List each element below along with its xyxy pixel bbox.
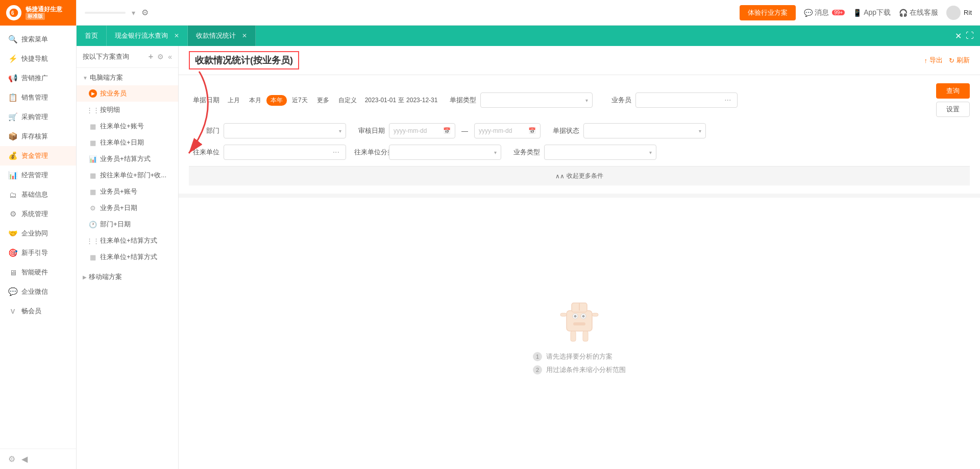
partner-select[interactable]: ··· [224, 145, 346, 160]
shortcut-last-month[interactable]: 上月 [224, 95, 244, 106]
sidebar-item-wechat[interactable]: 💬 企业微信 [0, 282, 76, 301]
empty-tip-2: 2 用过滤条件来缩小分析范围 [533, 365, 626, 374]
partner-more-dots[interactable]: ··· [331, 148, 341, 157]
sidebar-item-purchase[interactable]: 🛒 采购管理 [0, 107, 76, 127]
marketing-icon: 📢 [8, 74, 17, 83]
messages-area[interactable]: 💬 消息 99+ [804, 8, 845, 17]
plan-item-salesman-account[interactable]: ▦ 业务员+账号 [77, 183, 178, 200]
collapse-button[interactable]: ∧∧ 收起更多条件 [555, 172, 603, 180]
plan-item-detail[interactable]: ⋮⋮ 按明细 [77, 102, 178, 118]
plan-item-partner-date[interactable]: ▦ 往来单位+日期 [77, 134, 178, 151]
refresh-icon: ↻ [949, 57, 954, 64]
setting-button[interactable]: 设置 [936, 102, 970, 117]
salesman-select[interactable]: ··· [635, 92, 738, 108]
enterprise-icon: 🤝 [8, 229, 17, 238]
settings-bottom-icon[interactable]: ⚙ [8, 454, 15, 464]
export-button[interactable]: ↑ 导出 [924, 56, 943, 65]
shortcut-7days[interactable]: 近7天 [288, 95, 312, 106]
doc-type-arrow: ▾ [585, 98, 588, 103]
tab-bank-close[interactable]: ✕ [174, 32, 179, 39]
plan-item-salesman-settlement[interactable]: 📊 业务员+结算方式 [77, 151, 178, 167]
partner-class-select[interactable]: ▾ [389, 145, 501, 160]
edition-tag: 标准版 [26, 13, 45, 20]
refresh-button[interactable]: ↻ 刷新 [949, 56, 970, 65]
trial-button[interactable]: 体验行业方案 [740, 5, 796, 20]
review-date-to[interactable]: yyyy-mm-dd 📅 [474, 123, 541, 138]
desktop-section-title[interactable]: ▼ 电脑端方案 [77, 70, 178, 85]
sidebar: 6 畅捷通好生意 标准版 🔍 搜索菜单 ⚡ 快捷导航 📢 营销推广 📋 销售管理… [0, 0, 77, 469]
date-label: 单据日期 [189, 96, 219, 105]
sidebar-item-system[interactable]: ⚙ 系统管理 [0, 204, 76, 224]
calendar-icon-1[interactable]: 📅 [443, 127, 451, 134]
svg-point-8 [582, 315, 585, 317]
dept-filter-item: 部门 ▾ [189, 123, 346, 138]
refresh-label: 刷新 [957, 56, 970, 65]
hardware-icon: 🖥 [8, 268, 17, 277]
sidebar-item-label-operation: 经营管理 [21, 171, 48, 180]
query-button[interactable]: 查询 [936, 83, 970, 99]
close-window-icon[interactable]: ✕ [955, 31, 962, 41]
finance-icon: 💰 [8, 151, 17, 160]
operation-icon: 📊 [8, 171, 17, 180]
tab-home[interactable]: 首页 [77, 26, 107, 46]
add-plan-icon[interactable]: + [149, 52, 153, 61]
sidebar-item-inventory[interactable]: 📦 库存核算 [0, 127, 76, 146]
mobile-expand-arrow: ▶ [83, 274, 87, 280]
user-area[interactable]: Rit [946, 6, 972, 20]
review-date-from[interactable]: yyyy-mm-dd 📅 [389, 123, 455, 138]
shortcut-this-year[interactable]: 本年 [266, 95, 287, 106]
plan-item-partner-settlement2[interactable]: ▦ 往来单位+结算方式 [77, 249, 178, 265]
plan-settings-icon[interactable]: ⚙ [157, 53, 164, 61]
service-area[interactable]: 🎧 在线客服 [899, 8, 938, 17]
sidebar-item-enterprise[interactable]: 🤝 企业协同 [0, 224, 76, 243]
sidebar-item-operation[interactable]: 📊 经营管理 [0, 166, 76, 185]
doc-type-select[interactable]: ▾ [480, 92, 593, 108]
shortcut-this-month[interactable]: 本月 [245, 95, 265, 106]
left-panel-title: 按以下方案查询 [83, 52, 129, 61]
sidebar-item-guide[interactable]: 🎯 新手引导 [0, 243, 76, 263]
sidebar-item-search[interactable]: 🔍 搜索菜单 [0, 30, 76, 49]
tab-bank[interactable]: 现金银行流水查询 ✕ [107, 26, 188, 46]
collapse-panel-icon[interactable]: « [168, 53, 172, 61]
dropdown-icon[interactable]: ▾ [132, 9, 135, 17]
page-title-actions: ↑ 导出 ↻ 刷新 [924, 56, 970, 65]
sidebar-item-sales[interactable]: 📋 销售管理 [0, 88, 76, 107]
date-range: 2023-01-01 至 2023-12-31 [365, 96, 438, 105]
plan-item-label-salesman: 按业务员 [100, 89, 127, 98]
sidebar-item-label-sales: 销售管理 [21, 93, 48, 102]
shortcut-more[interactable]: 更多 [313, 95, 333, 106]
svg-text:6: 6 [11, 10, 14, 16]
plan-item-partner-dept[interactable]: ▦ 按往来单位+部门+收... [77, 167, 178, 183]
sidebar-item-label-search: 搜索菜单 [21, 35, 48, 44]
biz-type-select[interactable]: ▾ [544, 145, 656, 160]
sidebar-item-basic[interactable]: 🗂 基础信息 [0, 185, 76, 204]
tab-receipt-close[interactable]: ✕ [242, 32, 247, 39]
sidebar-item-label-marketing: 营销推广 [21, 74, 48, 83]
page-container: 按以下方案查询 + ⚙ « ▼ 电脑端方案 ▶ 按业务员 ⋮⋮ [77, 46, 980, 469]
collapse-bar[interactable]: ∧∧ 收起更多条件 [189, 166, 970, 185]
sidebar-item-member[interactable]: V 畅会员 [0, 301, 76, 321]
dept-select[interactable]: ▾ [224, 123, 346, 138]
sidebar-item-marketing[interactable]: 📢 营销推广 [0, 68, 76, 88]
plan-item-partner-account[interactable]: ▦ 往来单位+账号 [77, 118, 178, 134]
plan-item-salesman-date[interactable]: ⚙ 业务员+日期 [77, 200, 178, 216]
sidebar-item-quick[interactable]: ⚡ 快捷导航 [0, 49, 76, 68]
salesman-account-icon: ▦ [89, 187, 97, 196]
salesman-more-dots[interactable]: ··· [722, 96, 733, 105]
app-download-area[interactable]: 📱 App下载 [853, 8, 891, 17]
sidebar-item-hardware[interactable]: 🖥 智能硬件 [0, 263, 76, 282]
tab-receipt[interactable]: 收款情况统计 ✕ [188, 26, 256, 46]
gear-icon[interactable]: ⚙ [141, 8, 149, 17]
top-header: ▾ ⚙ 体验行业方案 💬 消息 99+ 📱 App下载 🎧 在线客服 Rit [77, 0, 980, 26]
plan-item-salesman[interactable]: ▶ 按业务员 [77, 85, 178, 102]
maximize-window-icon[interactable]: ⛶ [966, 31, 974, 40]
collapse-sidebar-icon[interactable]: ◀ [21, 454, 28, 464]
shortcut-custom[interactable]: 自定义 [334, 95, 361, 106]
main-content: ▾ ⚙ 体验行业方案 💬 消息 99+ 📱 App下载 🎧 在线客服 Rit [77, 0, 980, 469]
mobile-section-title[interactable]: ▶ 移动端方案 [77, 269, 178, 285]
calendar-icon-2[interactable]: 📅 [528, 127, 536, 134]
sidebar-item-finance[interactable]: 💰 资金管理 [0, 146, 76, 166]
plan-item-dept-date[interactable]: 🕐 部门+日期 [77, 216, 178, 232]
doc-status-select[interactable]: ▾ [583, 123, 706, 138]
plan-item-partner-settlement1[interactable]: ⋮⋮ 往来单位+结算方式 [77, 232, 178, 249]
